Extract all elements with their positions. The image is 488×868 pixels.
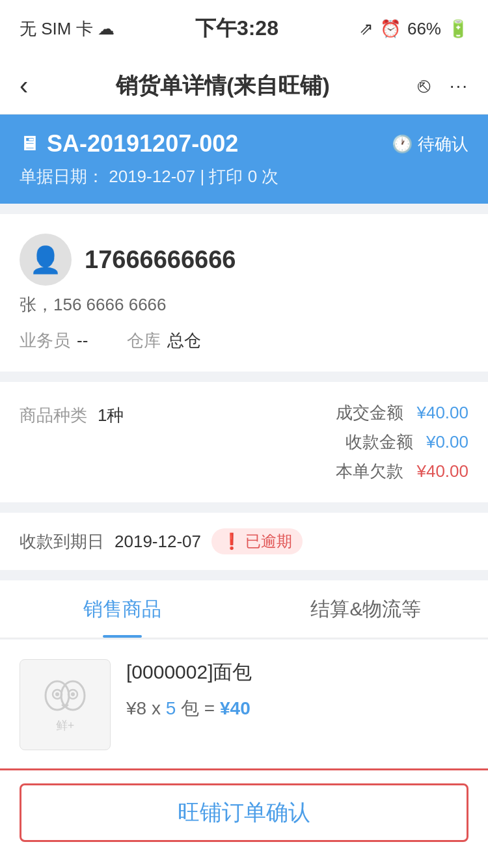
- status-left: 无 SIM 卡 ☁: [20, 18, 115, 40]
- amounts: 成交金额 ¥40.00 收款金额 ¥0.00 本单欠款 ¥40.00: [336, 401, 468, 483]
- battery-icon: 🔋: [448, 19, 468, 39]
- product-logo-icon: [39, 676, 91, 715]
- location-icon: ⇗: [359, 19, 373, 39]
- order-date-line: 单据日期： 2019-12-07 | 打印 0 次: [20, 165, 468, 188]
- alarm-icon: ⏰: [380, 19, 401, 39]
- svg-point-5: [71, 692, 75, 696]
- warehouse-item: 仓库 总仓: [127, 329, 201, 352]
- battery-label: 66%: [407, 19, 441, 39]
- back-button[interactable]: ‹: [20, 71, 28, 100]
- order-id: 🖥 SA-20191207-002: [20, 130, 238, 157]
- avatar-icon: 👤: [29, 245, 62, 275]
- nav-actions: ⎋ ···: [418, 74, 468, 98]
- order-icon: 🖥: [20, 133, 39, 155]
- status-right: ⇗ ⏰ 66% 🔋: [359, 19, 468, 39]
- product-type-value: 1种: [98, 404, 124, 427]
- multiply-sign: x: [152, 698, 166, 718]
- product-total: ¥40: [220, 698, 251, 718]
- customer-name: 张，156 6666 6666: [20, 293, 468, 316]
- overdue-text: 已逾期: [245, 531, 292, 552]
- product-name: [0000002]面包: [126, 659, 468, 686]
- product-quantity: 5: [166, 698, 176, 718]
- avatar: 👤: [20, 234, 72, 286]
- product-type-label: 商品种类: [20, 404, 87, 427]
- tab-settlement-label: 结算&物流等: [310, 596, 421, 623]
- product-section: 鲜+ [0000002]面包 ¥8 x 5 包 = ¥40: [0, 640, 488, 770]
- customer-top: 👤 17666666666: [20, 234, 468, 286]
- summary-section: 商品种类 1种 成交金额 ¥40.00 收款金额 ¥0.00 本单欠款 ¥40.…: [0, 382, 488, 502]
- due-date-value: 2019-12-07: [115, 532, 201, 552]
- received-label: 收款金额: [346, 431, 413, 454]
- clock-icon: 🕐: [392, 134, 413, 154]
- page-title: 销货单详情(来自旺铺): [116, 71, 330, 101]
- salesperson-value: --: [77, 331, 88, 351]
- deal-amount-row: 成交金额 ¥40.00: [336, 401, 468, 424]
- salesperson-label: 业务员: [20, 329, 70, 352]
- product-name-text: 面包: [213, 661, 252, 683]
- due-section: 收款到期日 2019-12-07 ❗ 已逾期: [0, 513, 488, 570]
- product-code: [0000002]: [126, 661, 213, 683]
- overdue-badge: ❗ 已逾期: [211, 528, 303, 554]
- owed-label: 本单欠款: [336, 460, 403, 483]
- more-icon[interactable]: ···: [450, 75, 468, 96]
- received-value: ¥0.00: [426, 432, 468, 452]
- customer-meta: 业务员 -- 仓库 总仓: [20, 329, 468, 352]
- tabs-section: 销售商品 结算&物流等: [0, 580, 488, 638]
- confirm-button-wrapper: 旺铺订单确认: [0, 768, 488, 868]
- tab-sales-products-label: 销售商品: [83, 596, 161, 623]
- share-icon[interactable]: ⎋: [418, 74, 430, 98]
- product-unit: 包: [181, 698, 199, 718]
- product-price: ¥8: [126, 698, 146, 718]
- deal-amount-label: 成交金额: [336, 401, 403, 424]
- tab-active-indicator: [103, 635, 142, 638]
- order-status-text: 待确认: [418, 133, 468, 156]
- warning-icon: ❗: [222, 532, 241, 550]
- confirm-order-button[interactable]: 旺铺订单确认: [20, 783, 468, 842]
- product-type: 商品种类 1种: [20, 401, 124, 427]
- tab-sales-products[interactable]: 销售商品: [0, 580, 244, 638]
- warehouse-label: 仓库: [127, 329, 161, 352]
- order-print-info: | 打印 0 次: [200, 167, 278, 186]
- deal-amount-value: ¥40.00: [416, 403, 468, 423]
- order-status: 🕐 待确认: [392, 133, 468, 156]
- equals-sign: =: [204, 698, 220, 718]
- nav-bar: ‹ 销货单详情(来自旺铺) ⎋ ···: [0, 57, 488, 115]
- product-info: [0000002]面包 ¥8 x 5 包 = ¥40: [126, 659, 468, 721]
- customer-section: 👤 17666666666 张，156 6666 6666 业务员 -- 仓库 …: [0, 214, 488, 372]
- status-bar: 无 SIM 卡 ☁ 下午3:28 ⇗ ⏰ 66% 🔋: [0, 0, 488, 57]
- tabs-row: 销售商品 结算&物流等: [0, 580, 488, 638]
- order-date-value: 2019-12-07: [109, 167, 195, 186]
- salesperson-item: 业务员 --: [20, 329, 88, 352]
- owed-row: 本单欠款 ¥40.00: [336, 460, 468, 483]
- tab-settlement[interactable]: 结算&物流等: [244, 580, 488, 638]
- svg-point-4: [55, 692, 59, 696]
- product-price-line: ¥8 x 5 包 = ¥40: [126, 696, 468, 721]
- warehouse-value: 总仓: [167, 329, 201, 352]
- customer-phone: 17666666666: [85, 246, 236, 274]
- owed-value: ¥40.00: [416, 461, 468, 481]
- order-id-text: SA-20191207-002: [47, 130, 238, 157]
- order-date-label: 单据日期：: [20, 167, 104, 186]
- due-label: 收款到期日: [20, 530, 104, 553]
- sim-label: 无 SIM 卡 ☁: [20, 18, 115, 40]
- product-thumbnail: 鲜+: [20, 659, 111, 750]
- received-row: 收款金额 ¥0.00: [346, 431, 468, 454]
- status-time: 下午3:28: [195, 14, 278, 43]
- order-header: 🖥 SA-20191207-002 🕐 待确认 单据日期： 2019-12-07…: [0, 115, 488, 204]
- order-header-top: 🖥 SA-20191207-002 🕐 待确认: [20, 130, 468, 157]
